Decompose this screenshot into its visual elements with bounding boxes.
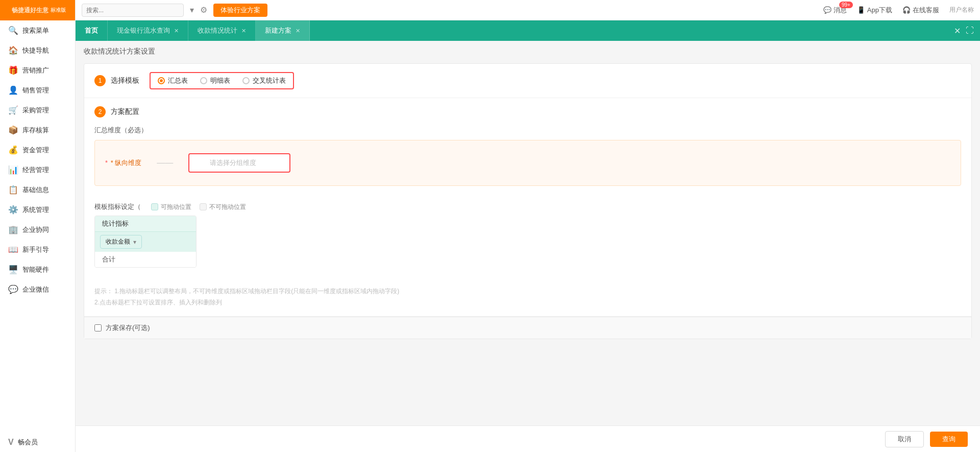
sidebar-item-label: 快捷导航 (22, 46, 49, 55)
sidebar-item-quick-nav[interactable]: 🏠 快捷导航 (0, 40, 75, 60)
tab-new-plan-close[interactable]: ✕ (296, 28, 300, 34)
service-icon: 🎧 (902, 6, 911, 14)
sidebar-item-label: 采购管理 (22, 106, 49, 115)
step2-row: 2 方案配置 (84, 98, 971, 126)
sidebar-item-wechat[interactable]: 💬 企业微信 (0, 279, 75, 299)
metrics-header-label: 统计指标 (102, 220, 129, 227)
radio-summary[interactable] (158, 77, 165, 84)
basic-info-icon: 📋 (8, 185, 18, 195)
save-checkbox[interactable] (94, 324, 102, 331)
nav-tabs-actions: ✕ ⛶ (954, 20, 980, 41)
metrics-tag-label: 收款金额 (106, 237, 130, 246)
maximize-icon[interactable]: ⛶ (966, 26, 974, 35)
sidebar-item-system[interactable]: ⚙️ 系统管理 (0, 200, 75, 220)
sidebar-item-purchase[interactable]: 🛒 采购管理 (0, 100, 75, 120)
message-area[interactable]: 💬 消息 99+ (823, 6, 847, 15)
option-detail[interactable]: 明细表 (200, 76, 230, 85)
metrics-table: 统计指标 收款金额 ▾ 合计 (94, 216, 197, 268)
query-button[interactable]: 查询 (930, 432, 968, 447)
sidebar-item-sales[interactable]: 👤 销售管理 (0, 80, 75, 100)
finance-icon: 💰 (8, 145, 18, 155)
option-summary[interactable]: 汇总表 (158, 76, 188, 85)
logo-text: 畅捷通好生意 (12, 6, 48, 15)
content-area: 收款情况统计方案设置 1 选择模板 汇总表 明细表 (76, 41, 980, 425)
topbar: ▾ ⚙ 体验行业方案 💬 消息 99+ 📱 App下载 🎧 在线客服 用户名称 (76, 0, 980, 20)
tab-bank-flow-close[interactable]: ✕ (174, 28, 179, 34)
tab-receipt-stat-close[interactable]: ✕ (241, 28, 246, 34)
download-label: App下载 (867, 6, 892, 15)
tab-receipt-stat[interactable]: 收款情况统计 ✕ (188, 20, 256, 41)
sidebar-item-smart-hw[interactable]: 🖥️ 智能硬件 (0, 259, 75, 279)
dimension-title: 汇总维度（必选） (94, 126, 961, 135)
sidebar-item-label: 智能硬件 (22, 265, 49, 274)
sidebar-item-label: 畅会员 (18, 438, 38, 447)
newbie-icon: 📖 (8, 245, 18, 254)
dimension-selector[interactable]: 请选择分组维度 (188, 153, 290, 173)
tip-line1: 提示： 1.拖动标题栏可以调整布局，不可跨维度或指标区域拖动栏目字段(只能在同一… (94, 286, 961, 297)
step2-label: 方案配置 (111, 107, 139, 116)
template-options: 汇总表 明细表 交叉统计表 (150, 72, 294, 89)
radio-crosstab[interactable] (242, 77, 250, 84)
sidebar-item-newbie[interactable]: 📖 新手引导 (0, 240, 75, 259)
movable-label: 可拖动位置 (161, 203, 191, 211)
option-crosstab-label: 交叉统计表 (253, 76, 286, 85)
sidebar-item-member[interactable]: V 畅会员 (0, 433, 75, 452)
tab-new-plan-label: 新建方案 (265, 26, 291, 35)
sidebar: 畅捷通好生意 标准版 🔍 搜索菜单 🏠 快捷导航 🎁 营销推广 👤 销售管理 🛒… (0, 0, 76, 452)
gear-icon[interactable]: ⚙ (200, 5, 207, 15)
dropdown-icon[interactable]: ▾ (190, 5, 194, 15)
sidebar-item-label: 库存核算 (22, 126, 49, 135)
sidebar-item-label: 基础信息 (22, 185, 49, 195)
tip-line2: 2.点击标题栏下拉可设置排序、插入列和删除列 (94, 297, 961, 308)
tab-home[interactable]: 首页 (76, 20, 108, 41)
option-detail-label: 明细表 (210, 76, 230, 85)
search-menu-icon: 🔍 (8, 26, 18, 35)
arrow-icon: —— (157, 158, 173, 168)
sidebar-item-label: 新手引导 (22, 245, 49, 254)
sidebar-item-marketing[interactable]: 🎁 营销推广 (0, 60, 75, 80)
fixed-label: 不可拖动位置 (209, 203, 246, 211)
download-icon: 📱 (857, 6, 865, 14)
wechat-icon: 💬 (8, 284, 18, 294)
trial-button[interactable]: 体验行业方案 (213, 4, 267, 17)
sidebar-item-inventory[interactable]: 📦 库存核算 (0, 120, 75, 140)
sidebar-item-label: 经营管理 (22, 165, 49, 175)
sidebar-item-basic-info[interactable]: 📋 基础信息 (0, 180, 75, 200)
marketing-icon: 🎁 (8, 65, 18, 75)
step1-label: 选择模板 (111, 76, 139, 85)
legend-movable: 可拖动位置 (151, 203, 191, 211)
sidebar-item-finance[interactable]: 💰 资金管理 (0, 140, 75, 160)
sidebar-item-label: 搜索菜单 (22, 26, 49, 35)
sidebar-item-operation[interactable]: 📊 经营管理 (0, 160, 75, 180)
message-icon: 💬 (823, 6, 831, 14)
fixed-box (200, 203, 207, 210)
inventory-icon: 📦 (8, 125, 18, 135)
metrics-header: 模板指标设定（ 可拖动位置 不可拖动位置 (94, 202, 961, 211)
purchase-icon: 🛒 (8, 105, 18, 115)
cancel-button[interactable]: 取消 (885, 431, 924, 447)
radio-detail[interactable] (200, 77, 207, 84)
member-icon: V (8, 438, 14, 447)
sidebar-item-enterprise[interactable]: 🏢 企业协同 (0, 220, 75, 240)
topbar-right: 💬 消息 99+ 📱 App下载 🎧 在线客服 用户名称 (823, 6, 974, 15)
tab-bank-flow[interactable]: 现金银行流水查询 ✕ (108, 20, 188, 41)
option-crosstab[interactable]: 交叉统计表 (242, 76, 286, 85)
movable-box (151, 203, 158, 210)
metrics-tag[interactable]: 收款金额 ▾ (100, 235, 142, 249)
nav-tabs: 首页 现金银行流水查询 ✕ 收款情况统计 ✕ 新建方案 ✕ ✕ ⛶ (76, 20, 980, 41)
tips-section: 提示： 1.拖动标题栏可以调整布局，不可跨维度或指标区域拖动栏目字段(只能在同一… (84, 286, 971, 316)
tab-new-plan[interactable]: 新建方案 ✕ (256, 20, 310, 41)
service-area[interactable]: 🎧 在线客服 (902, 6, 939, 15)
option-summary-label: 汇总表 (168, 76, 188, 85)
step2-badge: 2 (94, 106, 106, 117)
sidebar-item-search-menu[interactable]: 🔍 搜索菜单 (0, 20, 75, 40)
plan-config-card: 1 选择模板 汇总表 明细表 交叉统计表 (84, 63, 972, 339)
search-input[interactable] (82, 4, 184, 17)
download-area[interactable]: 📱 App下载 (857, 6, 892, 15)
close-window-icon[interactable]: ✕ (954, 26, 961, 36)
dropdown-arrow-icon: ▾ (133, 239, 136, 246)
system-icon: ⚙️ (8, 205, 18, 215)
sidebar-item-label: 资金管理 (22, 146, 49, 155)
metrics-title: 模板指标设定（ (94, 202, 141, 211)
service-label: 在线客服 (913, 6, 939, 15)
